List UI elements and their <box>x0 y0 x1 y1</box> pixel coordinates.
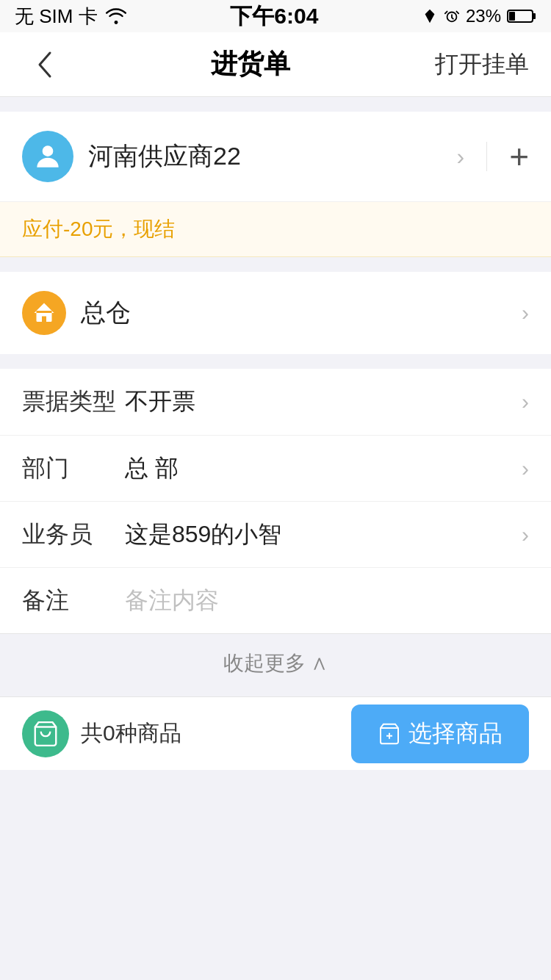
department-row[interactable]: 部门 总 部 › <box>0 435 551 501</box>
salesperson-row[interactable]: 业务员 这是859的小智 › <box>0 501 551 567</box>
salesperson-label: 业务员 <box>22 519 125 551</box>
notice-text: 应付-20元，现结 <box>22 217 175 240</box>
warehouse-section: 总仓 › <box>0 272 551 354</box>
cart-icon <box>378 722 401 746</box>
supplier-section: 河南供应商22 › + 应付-20元，现结 <box>0 112 551 257</box>
separator-1 <box>0 97 551 112</box>
open-pending-button[interactable]: 打开挂单 <box>435 48 529 81</box>
notice-row: 应付-20元，现结 <box>0 202 551 257</box>
department-chevron: › <box>522 456 529 481</box>
invoice-type-row[interactable]: 票据类型 不开票 › <box>0 369 551 435</box>
select-product-button[interactable]: 选择商品 <box>351 705 529 763</box>
select-product-label: 选择商品 <box>408 718 503 750</box>
remark-input[interactable]: 备注内容 <box>125 585 529 617</box>
supplier-chevron-icon: › <box>456 143 464 170</box>
supplier-name: 河南供应商22 <box>88 140 456 173</box>
invoice-type-chevron: › <box>522 389 529 414</box>
status-carrier: 无 SIM 卡 <box>15 4 127 29</box>
salesperson-value: 这是859的小智 <box>125 519 522 551</box>
form-section: 票据类型 不开票 › 部门 总 部 › 业务员 这是859的小智 › 备注 备注… <box>0 369 551 633</box>
person-icon <box>32 140 64 173</box>
supplier-row[interactable]: 河南供应商22 › + <box>0 112 551 202</box>
wifi-icon <box>105 8 127 24</box>
shopping-bag-icon <box>32 720 60 748</box>
separator-4 <box>0 692 551 695</box>
department-value: 总 部 <box>125 453 522 485</box>
collapse-text: 收起更多 ∧ <box>223 649 328 677</box>
status-icons: 23% <box>422 6 536 26</box>
department-label: 部门 <box>22 453 125 485</box>
svg-rect-2 <box>533 13 536 19</box>
svg-point-4 <box>43 145 54 156</box>
separator-3 <box>0 354 551 369</box>
separator-2 <box>0 257 551 272</box>
warehouse-chevron-icon: › <box>522 300 529 325</box>
location-icon <box>422 8 438 24</box>
alarm-icon <box>444 8 460 24</box>
add-supplier-button[interactable]: + <box>509 140 529 173</box>
invoice-type-value: 不开票 <box>125 386 522 418</box>
invoice-type-label: 票据类型 <box>22 386 125 418</box>
remark-row[interactable]: 备注 备注内容 <box>0 567 551 633</box>
nav-bar: 进货单 打开挂单 <box>0 32 551 97</box>
battery-icon <box>507 8 536 24</box>
product-count-text: 共0种商品 <box>81 718 351 749</box>
warehouse-row[interactable]: 总仓 › <box>0 272 551 354</box>
product-icon-circle <box>22 710 69 757</box>
warehouse-name: 总仓 <box>81 296 522 330</box>
warehouse-icon <box>22 291 66 335</box>
supplier-divider <box>486 142 487 171</box>
collapse-row[interactable]: 收起更多 ∧ <box>0 633 551 692</box>
back-button[interactable] <box>22 50 66 79</box>
supplier-avatar <box>22 131 73 182</box>
bottom-bar: 共0种商品 选择商品 <box>0 696 551 770</box>
status-time: 下午6:04 <box>230 1 318 32</box>
home-icon <box>31 300 57 326</box>
page-title: 进货单 <box>211 46 290 82</box>
carrier-text: 无 SIM 卡 <box>15 4 98 29</box>
svg-rect-3 <box>509 12 515 21</box>
remark-label: 备注 <box>22 585 125 617</box>
status-bar: 无 SIM 卡 下午6:04 23% <box>0 0 551 32</box>
salesperson-chevron: › <box>522 522 529 547</box>
battery-text: 23% <box>466 6 501 26</box>
